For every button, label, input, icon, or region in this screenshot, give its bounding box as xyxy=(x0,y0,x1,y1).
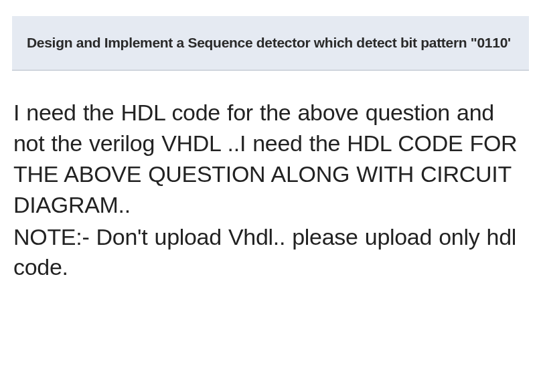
question-box: Design and Implement a Sequence detector… xyxy=(12,16,529,71)
question-prompt: Design and Implement a Sequence detector… xyxy=(27,35,514,51)
body-note: NOTE:- Don't upload Vhdl.. please upload… xyxy=(13,222,525,284)
body-paragraph: I need the HDL code for the above questi… xyxy=(13,98,525,221)
body-content: I need the HDL code for the above questi… xyxy=(0,78,541,283)
